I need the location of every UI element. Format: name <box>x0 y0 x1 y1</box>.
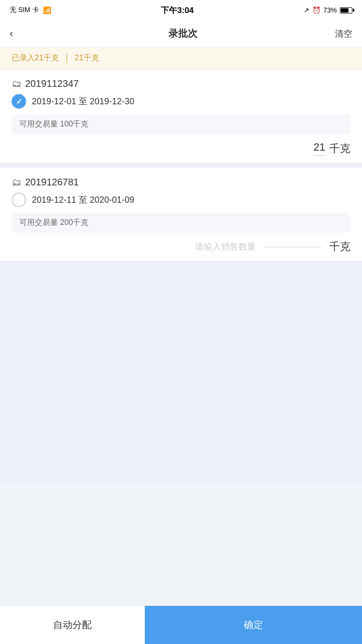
batch2-date: 2019-12-11 至 2020-01-09 <box>32 194 134 206</box>
batch1-id-row: 🗂 2019112347 <box>12 78 350 89</box>
status-left: 无 SIM 卡 📶 <box>10 6 51 14</box>
status-bar: 无 SIM 卡 📶 下午3:04 ↗ ⏰ 73% <box>0 0 362 20</box>
page-title: 录批次 <box>168 27 197 40</box>
batch2-date-row[interactable]: 2019-12-11 至 2020-01-09 <box>12 193 350 207</box>
no-sim-label: 无 SIM 卡 <box>10 6 39 14</box>
recorded-label: 已录入21千克 <box>12 53 59 63</box>
bottom-bar: 自动分配 确定 <box>0 605 362 644</box>
batch2-placeholder: 请输入销售数量 <box>195 241 256 252</box>
batch1-radio[interactable] <box>12 94 26 109</box>
nav-bar: ‹ 录批次 清空 <box>0 20 362 47</box>
batch2-unit: 千克 <box>329 239 350 254</box>
batch2-available-text: 可用交易量 200千克 <box>19 218 88 226</box>
batch-card-1: 🗂 2019112347 2019-12-01 至 2019-12-30 可用交… <box>0 70 362 163</box>
alarm-icon: ⏰ <box>312 6 320 14</box>
wifi-icon: 📶 <box>43 6 51 14</box>
gray-area <box>0 261 362 483</box>
batch1-doc-icon: 🗂 <box>12 78 21 89</box>
batch-card-2: 🗂 2019126781 2019-12-11 至 2020-01-09 可用交… <box>0 168 362 261</box>
batch1-unit: 千克 <box>329 141 350 156</box>
confirm-button[interactable]: 确定 <box>145 606 362 644</box>
status-time: 下午3:04 <box>161 5 194 16</box>
batch2-doc-icon: 🗂 <box>12 177 21 188</box>
batch2-id-row: 🗂 2019126781 <box>12 177 350 188</box>
batch1-available-box: 可用交易量 100千克 <box>12 114 350 134</box>
summary-bar: 已录入21千克 21千克 <box>0 47 362 70</box>
batch2-quantity-row[interactable]: 请输入销售数量 千克 <box>0 233 362 261</box>
battery-icon <box>340 7 352 14</box>
total-value: 21千克 <box>75 53 99 63</box>
auto-assign-button[interactable]: 自动分配 <box>0 606 145 644</box>
batch1-date-row[interactable]: 2019-12-01 至 2019-12-30 <box>12 94 350 109</box>
location-icon: ↗ <box>304 6 309 14</box>
status-right: ↗ ⏰ 73% <box>304 6 352 14</box>
batch1-available-text: 可用交易量 100千克 <box>19 120 88 128</box>
batch2-radio[interactable] <box>12 193 26 207</box>
batch2-id: 2019126781 <box>25 177 79 188</box>
battery-percentage: 73% <box>323 6 337 14</box>
section-separator-1 <box>0 163 362 168</box>
summary-divider <box>67 54 67 63</box>
batch1-quantity-row: 21 千克 <box>0 134 362 163</box>
back-button[interactable]: ‹ <box>10 28 31 40</box>
batch1-id: 2019112347 <box>25 78 79 89</box>
batch1-date: 2019-12-01 至 2019-12-30 <box>32 96 134 107</box>
batch2-available-box: 可用交易量 200千克 <box>12 213 350 233</box>
batch1-quantity-value[interactable]: 21 <box>314 141 325 156</box>
clear-button[interactable]: 清空 <box>335 28 352 40</box>
